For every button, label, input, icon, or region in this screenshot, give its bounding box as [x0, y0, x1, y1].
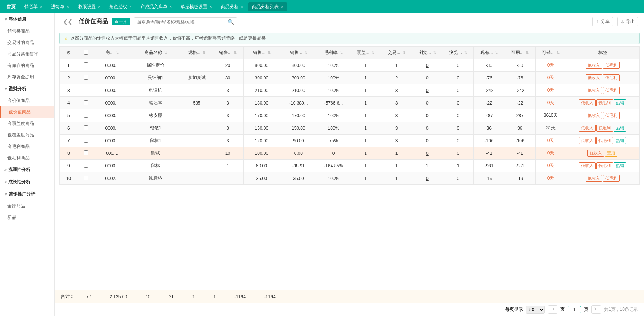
- sidebar-group-circulation[interactable]: > 流通性分析: [0, 164, 54, 176]
- row-checkbox[interactable]: [84, 113, 88, 118]
- nav-product-analysis[interactable]: 商品分析 ×: [217, 2, 247, 11]
- sort-arrows-icon: ⇅: [340, 51, 343, 55]
- browse-link[interactable]: 0: [426, 88, 429, 93]
- row-checkbox[interactable]: [84, 75, 88, 80]
- sidebar-item-low-value[interactable]: 低价值商品: [0, 106, 54, 118]
- nav-close-icon[interactable]: ×: [281, 4, 283, 9]
- total-col15: -1194: [264, 294, 276, 299]
- product-tag: 低毛利: [603, 175, 620, 182]
- table-row: 90000...鼠标160.00-98.91-164.85%1111-981-9…: [60, 160, 640, 172]
- search-icon[interactable]: 🔍: [228, 19, 234, 25]
- row-checkbox[interactable]: [84, 176, 88, 180]
- product-tag: 热销: [614, 99, 626, 106]
- search-input[interactable]: [137, 19, 225, 24]
- th-code[interactable]: 商... ⇅: [94, 47, 130, 59]
- nav-close-icon[interactable]: ×: [98, 4, 100, 9]
- sidebar-item-inventory-fund[interactable]: 库存资金占用: [0, 71, 54, 83]
- th-browse2[interactable]: 浏览... ⇅: [443, 47, 473, 59]
- nav-purchase-order[interactable]: 进货单 ×: [47, 2, 73, 11]
- product-tag: 低收入: [586, 74, 602, 81]
- sidebar: ∨ 整体信息 销售类商品 交易过的商品 商品分类销售率 有库存的商品 库存资金占…: [0, 13, 55, 316]
- row-checkbox[interactable]: [84, 88, 88, 92]
- th-available[interactable]: 可用... ⇅: [504, 47, 535, 59]
- nav-close-icon[interactable]: ×: [209, 4, 212, 9]
- page-number-input[interactable]: [568, 306, 581, 313]
- sidebar-item-sales-products[interactable]: 销售类商品: [0, 26, 54, 37]
- totals-label: 合计：: [61, 293, 80, 300]
- export-button[interactable]: ⇩ 导出: [617, 17, 638, 26]
- row-checkbox[interactable]: [84, 163, 88, 168]
- browse-link[interactable]: 0: [426, 75, 429, 81]
- row-checkbox[interactable]: [84, 62, 88, 67]
- browse-link[interactable]: 0: [426, 63, 429, 68]
- tags-cell: 低收入低毛利热销: [566, 122, 640, 135]
- th-browse1[interactable]: 浏览... ⇅: [412, 47, 443, 59]
- nav-role-auth[interactable]: 角色授权 ×: [105, 2, 135, 11]
- nav-product-warehousing[interactable]: 产成品入库单 ×: [137, 2, 175, 11]
- th-coverage[interactable]: 覆盖... ⇅: [350, 47, 381, 59]
- sidebar-item-high-margin[interactable]: 高毛利商品: [0, 141, 54, 152]
- sidebar-item-stock-products[interactable]: 有库存的商品: [0, 60, 54, 71]
- sidebar-item-new-products[interactable]: 新品: [0, 212, 54, 223]
- nav-permission-settings[interactable]: 权限设置 ×: [74, 2, 104, 11]
- share-button[interactable]: ⇧ 分享: [592, 17, 613, 26]
- product-tag: 热销: [614, 125, 626, 132]
- th-sales-qty[interactable]: 销售... ⇅: [212, 47, 243, 59]
- nav-home[interactable]: 首页: [3, 2, 19, 11]
- sidebar-item-category-sales-rate[interactable]: 商品分类销售率: [0, 48, 54, 60]
- select-all-checkbox[interactable]: [84, 50, 88, 55]
- prev-page-button[interactable]: 〈: [548, 305, 557, 314]
- browse-link[interactable]: 0: [426, 176, 429, 181]
- sidebar-item-traded-products[interactable]: 交易过的商品: [0, 37, 54, 48]
- nav-sales-order[interactable]: 销货单 ×: [21, 2, 46, 11]
- tags-cell: 低收入低毛利热销: [566, 160, 640, 172]
- day-count: 8610天: [544, 113, 558, 118]
- sidebar-item-all-products[interactable]: 全部商品: [0, 200, 54, 212]
- sidebar-item-high-value[interactable]: 高价值商品: [0, 95, 54, 106]
- nav-close-icon[interactable]: ×: [170, 4, 172, 9]
- sidebar-group-overall[interactable]: ∨ 整体信息: [0, 13, 54, 26]
- nav-close-icon[interactable]: ×: [67, 4, 69, 9]
- th-name[interactable]: 商品名称 ⇅: [130, 47, 181, 59]
- product-tag: 低收入: [587, 150, 604, 157]
- sidebar-item-low-margin[interactable]: 低毛利商品: [0, 152, 54, 164]
- nav-close-icon[interactable]: ×: [241, 4, 243, 9]
- share-icon: ⇧: [596, 19, 599, 24]
- th-sales-amount[interactable]: 销售... ⇅: [243, 47, 280, 59]
- sidebar-item-high-coverage[interactable]: 高覆盖度商品: [0, 118, 54, 129]
- collapse-sidebar-button[interactable]: ❮❮: [61, 17, 75, 26]
- browse-link[interactable]: 1: [426, 163, 429, 169]
- column-settings-icon[interactable]: ⚙: [67, 50, 71, 55]
- sidebar-group-marketing[interactable]: ∨ 营销推广分析: [0, 188, 54, 200]
- nav-product-analysis-list[interactable]: 商品分析列表 ×: [248, 2, 287, 11]
- browse-link[interactable]: 0: [426, 126, 429, 131]
- th-margin-rate[interactable]: 毛利率 ⇅: [317, 47, 350, 59]
- sidebar-group-profit[interactable]: ∨ 盈财分析: [0, 83, 54, 95]
- nav-template-settings[interactable]: 单据模板设置 ×: [177, 2, 215, 11]
- row-checkbox[interactable]: [84, 100, 88, 105]
- product-tag: 低收入: [579, 137, 596, 144]
- nav-close-icon[interactable]: ×: [129, 4, 131, 9]
- page-size-select[interactable]: 50 100 200: [526, 306, 545, 314]
- nav-close-icon[interactable]: ×: [40, 4, 42, 9]
- row-checkbox[interactable]: [84, 150, 88, 155]
- sort-arrows-icon: ⇅: [433, 51, 436, 55]
- time-badge[interactable]: 近一月: [112, 18, 130, 25]
- day-count: 0天: [547, 150, 554, 156]
- browse-link[interactable]: 0: [426, 101, 429, 106]
- total-col11: 21: [169, 294, 174, 299]
- th-current-stock[interactable]: 现有... ⇅: [474, 47, 504, 59]
- browse-link[interactable]: 0: [426, 151, 429, 156]
- sidebar-group-growth[interactable]: > 成长性分析: [0, 176, 54, 188]
- th-trade[interactable]: 交易... ⇅: [381, 47, 412, 59]
- content-area: ❮❮ 低价值商品 近一月 🔍 ⇧ 分享 ⇩ 导出 ☆ 这部分商品的销售收入大: [55, 13, 644, 316]
- browse-link[interactable]: 0: [426, 138, 429, 143]
- row-checkbox[interactable]: [84, 138, 88, 143]
- th-sales-profit[interactable]: 销售... ⇅: [280, 47, 317, 59]
- th-sellable[interactable]: 可销... ⇅: [535, 47, 566, 59]
- sidebar-item-low-coverage[interactable]: 低覆盖度商品: [0, 129, 54, 141]
- row-checkbox[interactable]: [84, 125, 88, 130]
- next-page-button[interactable]: 〉: [591, 305, 601, 314]
- browse-link[interactable]: 0: [426, 113, 429, 118]
- th-spec[interactable]: 规格... ⇅: [181, 47, 212, 59]
